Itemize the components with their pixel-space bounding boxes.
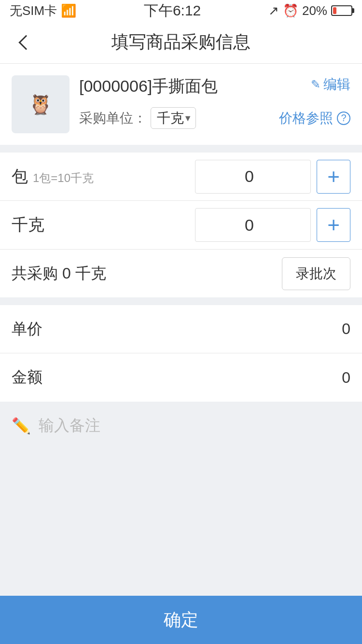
back-arrow-icon — [18, 35, 33, 50]
back-button[interactable] — [12, 28, 41, 57]
kg-label-wrap: 千克 — [12, 214, 44, 236]
price-ref-label: 价格参照 — [279, 109, 333, 127]
battery-percent: 20% — [302, 3, 327, 18]
carrier-label: 无SIM卡 — [10, 2, 57, 19]
unit-label: 采购单位： — [79, 109, 147, 127]
alarm-icon: ⏰ — [283, 3, 298, 18]
kg-quantity-input[interactable] — [195, 208, 311, 242]
summary-row: 共采购 0 千克 录批次 — [0, 249, 362, 297]
kg-plus-button[interactable]: + — [317, 208, 350, 242]
unit-price-row: 单价 0 — [0, 305, 362, 353]
product-name: [0000006]手撕面包 — [79, 75, 311, 98]
product-card: 🦉 [0000006]手撕面包 ✎ 编辑 采购单位： 千克 包 价格参照 — [0, 64, 362, 145]
bag-plus-button[interactable]: + — [317, 160, 350, 194]
kg-input-row: 千克 + — [0, 201, 362, 249]
unit-price-value: 0 — [342, 320, 350, 338]
unit-select-container[interactable]: 千克 包 — [151, 107, 196, 129]
bag-input-row: 包 1包=10千克 + — [0, 153, 362, 201]
product-image: 🦉 — [12, 75, 70, 133]
product-logo: 🦉 — [28, 93, 53, 116]
unit-select[interactable]: 千克 包 — [151, 107, 196, 129]
product-unit-row: 采购单位： 千克 包 价格参照 ? — [79, 107, 350, 129]
product-header: [0000006]手撕面包 ✎ 编辑 — [79, 75, 350, 98]
battery-icon — [331, 5, 352, 16]
status-bar: 无SIM卡 📶 下午6:12 ↗ ⏰ 20% — [0, 0, 362, 21]
confirm-button[interactable]: 确定 — [0, 596, 362, 644]
bottom-empty-area — [0, 450, 362, 595]
edit-label: 编辑 — [323, 75, 350, 94]
summary-amount: 0 — [62, 265, 75, 282]
kg-label: 千克 — [12, 214, 44, 236]
bag-sublabel: 1包=10千克 — [33, 170, 94, 186]
price-ref-button[interactable]: 价格参照 ? — [279, 109, 350, 127]
product-info: [0000006]手撕面包 ✎ 编辑 采购单位： 千克 包 价格参照 ? — [79, 75, 350, 129]
input-section: 包 1包=10千克 + 千克 + — [0, 153, 362, 249]
amount-value: 0 — [342, 369, 350, 387]
status-right: ↗ ⏰ 20% — [268, 3, 352, 18]
location-icon: ↗ — [268, 3, 279, 18]
wifi-icon: 📶 — [61, 3, 76, 18]
amount-row: 金额 0 — [0, 353, 362, 402]
amount-label: 金额 — [12, 367, 342, 388]
unit-price-label: 单价 — [12, 319, 342, 340]
status-time: 下午6:12 — [144, 1, 201, 21]
price-info-section: 单价 0 金额 0 — [0, 305, 362, 402]
batch-button[interactable]: 录批次 — [282, 257, 350, 290]
bag-label: 包 — [12, 166, 28, 188]
note-placeholder: 输入备注 — [39, 415, 100, 436]
bag-quantity-input[interactable] — [195, 160, 311, 194]
status-left: 无SIM卡 📶 — [10, 2, 76, 19]
section-separator-2 — [0, 297, 362, 305]
page-title: 填写商品采购信息 — [0, 30, 362, 54]
kg-input-controls: + — [44, 208, 350, 242]
price-ref-help-icon: ? — [337, 112, 350, 125]
section-separator-1 — [0, 145, 362, 153]
note-section[interactable]: ✏️ 输入备注 — [0, 402, 362, 450]
pencil-icon: ✏️ — [12, 417, 31, 435]
battery-fill — [333, 7, 336, 14]
nav-bar: 填写商品采购信息 — [0, 21, 362, 64]
summary-text: 共采购 0 千克 — [12, 263, 282, 284]
unit-select-wrap-container: 采购单位： 千克 包 — [79, 107, 196, 129]
summary-prefix: 共采购 — [12, 265, 62, 282]
summary-unit: 千克 — [75, 265, 106, 282]
bag-label-wrap: 包 1包=10千克 — [12, 166, 94, 188]
edit-button[interactable]: ✎ 编辑 — [311, 75, 350, 94]
edit-icon: ✎ — [311, 78, 320, 91]
bag-input-controls: + — [94, 160, 350, 194]
